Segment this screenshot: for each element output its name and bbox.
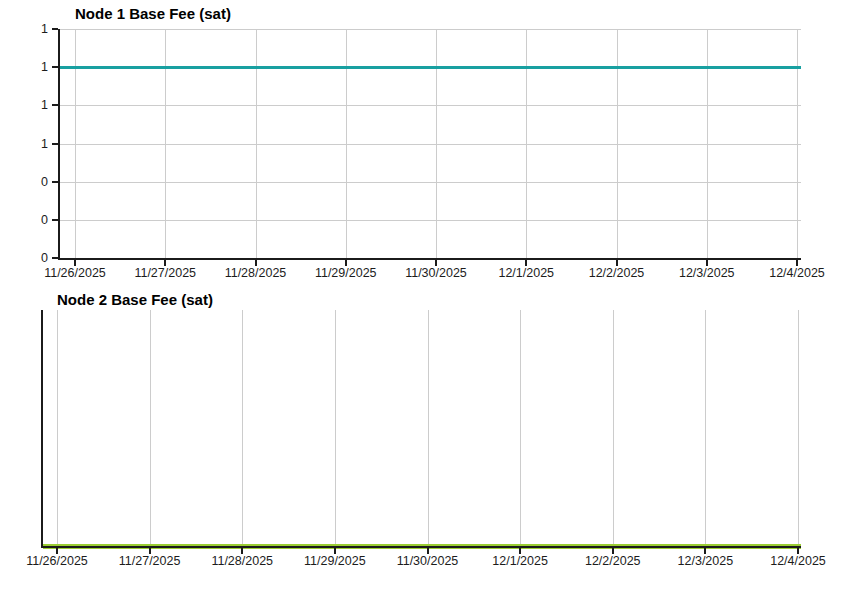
x-tick-mark	[797, 548, 799, 554]
x-tick-mark	[525, 260, 527, 266]
x-tick-mark	[706, 260, 708, 266]
x-tick-label: 11/28/2025	[212, 266, 300, 280]
x-axis-line	[43, 546, 801, 548]
x-tick-mark	[616, 260, 618, 266]
x-tick-label: 12/4/2025	[754, 554, 842, 568]
y-tick-label: 0	[6, 212, 48, 228]
x-tick-mark	[427, 548, 429, 554]
x-tick-label: 11/29/2025	[291, 554, 379, 568]
y-tick-label: 1	[6, 59, 48, 75]
x-tick-label: 12/3/2025	[663, 266, 751, 280]
v-gridline	[150, 310, 151, 546]
chart-node2-base-fee: Node 2 Base Fee (sat) 11/26/202511/27/20…	[0, 285, 860, 600]
x-tick-mark	[149, 548, 151, 554]
y-tick-label: 1	[6, 97, 48, 113]
y-tick-mark	[52, 219, 58, 221]
x-tick-label: 12/1/2025	[482, 266, 570, 280]
x-tick-label: 11/29/2025	[302, 266, 390, 280]
x-tick-mark	[255, 260, 257, 266]
v-gridline	[57, 310, 58, 546]
x-tick-mark	[74, 260, 76, 266]
y-tick-mark	[52, 104, 58, 106]
plot-area-node2: 11/26/202511/27/202511/28/202511/29/2025…	[43, 310, 801, 546]
v-gridline	[335, 310, 336, 546]
h-gridline	[60, 29, 801, 30]
x-tick-mark	[345, 260, 347, 266]
v-gridline	[613, 310, 614, 546]
x-tick-label: 11/30/2025	[384, 554, 472, 568]
x-tick-label: 12/2/2025	[569, 554, 657, 568]
h-gridline	[60, 182, 801, 183]
x-tick-label: 12/1/2025	[476, 554, 564, 568]
x-tick-label: 11/30/2025	[392, 266, 480, 280]
v-gridline	[520, 310, 521, 546]
x-tick-mark	[704, 548, 706, 554]
x-tick-label: 12/2/2025	[573, 266, 661, 280]
y-tick-mark	[52, 257, 58, 259]
x-tick-mark	[164, 260, 166, 266]
x-axis-line	[60, 258, 801, 260]
y-tick-mark	[52, 66, 58, 68]
v-gridline	[242, 310, 243, 546]
y-tick-label: 1	[6, 21, 48, 37]
x-tick-mark	[519, 548, 521, 554]
v-gridline	[798, 310, 799, 546]
data-line-node1	[60, 66, 801, 69]
y-tick-label: 0	[6, 174, 48, 190]
v-gridline	[705, 310, 706, 546]
x-tick-mark	[56, 548, 58, 554]
chart-node1-base-fee: Node 1 Base Fee (sat) 11/26/202511/27/20…	[0, 0, 860, 285]
y-tick-label: 0	[6, 250, 48, 266]
y-tick-mark	[52, 181, 58, 183]
x-tick-mark	[241, 548, 243, 554]
x-tick-mark	[796, 260, 798, 266]
x-tick-label: 12/4/2025	[753, 266, 841, 280]
v-gridline	[428, 310, 429, 546]
x-tick-mark	[334, 548, 336, 554]
x-tick-label: 11/27/2025	[106, 554, 194, 568]
x-tick-mark	[435, 260, 437, 266]
y-tick-label: 1	[6, 136, 48, 152]
plot-area-node1: 11/26/202511/27/202511/28/202511/29/2025…	[60, 29, 801, 258]
fee-charts-page: Node 1 Base Fee (sat) 11/26/202511/27/20…	[0, 0, 860, 600]
h-gridline	[60, 220, 801, 221]
x-tick-label: 11/26/2025	[13, 554, 101, 568]
y-axis-line	[58, 29, 60, 260]
chart-title-node1: Node 1 Base Fee (sat)	[75, 5, 231, 22]
x-tick-label: 11/26/2025	[31, 266, 119, 280]
x-tick-mark	[612, 548, 614, 554]
h-gridline	[60, 144, 801, 145]
x-tick-label: 11/27/2025	[121, 266, 209, 280]
chart-title-node2: Node 2 Base Fee (sat)	[57, 291, 213, 308]
h-gridline	[60, 105, 801, 106]
x-tick-label: 12/3/2025	[661, 554, 749, 568]
y-tick-mark	[52, 28, 58, 30]
x-tick-label: 11/28/2025	[198, 554, 286, 568]
y-axis-line	[41, 310, 43, 548]
y-tick-mark	[52, 143, 58, 145]
